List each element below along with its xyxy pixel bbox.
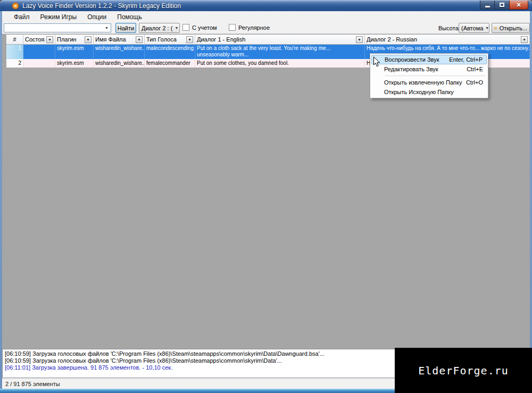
filter-dropdown-icon[interactable]: ▼	[136, 36, 143, 43]
filter-dropdown-icon[interactable]: ▼	[85, 36, 92, 43]
open-button-label: Открыть...	[500, 25, 527, 31]
cell-state[interactable]	[23, 45, 55, 59]
filter-dropdown-icon[interactable]: ▼	[186, 36, 193, 43]
regex-label: Регулярное	[238, 24, 270, 31]
shortcut-label: Enter, Ctrl+P	[449, 56, 483, 63]
toolbar: ▼ Найти Диалог 2 : ( ▼ С учетом Регулярн…	[2, 22, 530, 34]
case-sensitive-label: С учетом	[192, 24, 217, 31]
cell-plugin[interactable]: skyrim.esm	[55, 60, 94, 68]
menu-help[interactable]: Помощь	[112, 12, 147, 22]
column-header-plugin[interactable]: Плагин ▼	[55, 35, 94, 44]
chevron-down-icon[interactable]: ▼	[103, 24, 111, 32]
height-label: Высота	[438, 25, 459, 31]
menu-item-open-source-folder[interactable]: Открыть Исходную Папку	[371, 87, 487, 97]
filter-dropdown-icon[interactable]: ▼	[356, 36, 363, 43]
menu-file[interactable]: Файл	[9, 12, 35, 22]
case-sensitive-option[interactable]: С учетом	[182, 24, 217, 31]
context-menu: Воспроизвести Звук Enter, Ctrl+P Редакти…	[370, 53, 488, 98]
maximize-icon	[500, 3, 504, 7]
close-icon: ✕	[516, 2, 521, 9]
search-combobox[interactable]: ▼	[4, 23, 111, 32]
filter-dropdown-icon[interactable]: ▼	[46, 36, 53, 43]
watermark: ElderForge.ru	[395, 348, 532, 393]
status-count: 2 / 91 875 элементы	[5, 381, 60, 387]
column-header-dialog2[interactable]: Диалог 2 - Russian ▼	[365, 35, 530, 44]
cell-filename[interactable]: wisharedin_wishare...	[94, 60, 145, 68]
minimize-icon	[485, 6, 490, 7]
cell-voicetype[interactable]: femalecommander	[145, 60, 195, 68]
column-header-index[interactable]: #	[6, 35, 23, 44]
regex-option[interactable]: Регулярное	[229, 24, 270, 31]
cell-state[interactable]	[23, 60, 55, 68]
grid-header: # Состоя... ▼ Плагин ▼ Имя Файла ▼ Тип Г…	[6, 34, 530, 45]
cell-voicetype[interactable]: malecondescending	[145, 45, 195, 59]
height-dropdown[interactable]: (Автома ▼	[459, 23, 489, 33]
watermark-text: ElderForge.ru	[418, 364, 509, 377]
column-header-filename[interactable]: Имя Файла ▼	[94, 35, 145, 44]
find-button[interactable]: Найти	[115, 23, 136, 33]
height-value: (Автома	[461, 25, 483, 31]
cell-plugin[interactable]: skyrim.esm	[55, 45, 94, 59]
window-border-right	[530, 11, 532, 389]
column-header-dialog1[interactable]: Диалог 1 - English ▼	[195, 35, 365, 44]
case-sensitive-checkbox[interactable]	[182, 24, 189, 31]
app-icon	[12, 2, 19, 10]
column-header-voicetype[interactable]: Тип Голоса ▼	[145, 35, 195, 44]
menu-separator	[385, 76, 485, 76]
open-folder-icon	[494, 25, 497, 31]
cell-filename[interactable]: wisharedin_wishare...	[94, 45, 145, 59]
chevron-down-icon: ▼	[485, 26, 489, 30]
caption-buttons: ✕	[480, 1, 528, 10]
menu-item-play-sound[interactable]: Воспроизвести Звук Enter, Ctrl+P	[371, 55, 487, 64]
dialog-filter-dropdown[interactable]: Диалог 2 : ( ▼	[139, 23, 180, 33]
menu-item-open-extracted-folder[interactable]: Открыть извлеченную Папку Ctrl+O	[371, 78, 487, 87]
menu-game-mode[interactable]: Режим Игры	[35, 12, 82, 22]
menu-item-edit-sound[interactable]: Редактировать Звук Ctrl+E	[371, 64, 487, 74]
dialog-filter-value: Диалог 2 : (	[142, 25, 172, 31]
regex-checkbox[interactable]	[229, 24, 236, 31]
window-title: Lazy Voice Finder Version 1.2.2 - Skyrim…	[22, 2, 181, 10]
minimize-button[interactable]	[480, 1, 495, 10]
filter-dropdown-icon[interactable]: ▼	[521, 36, 528, 43]
window-border-left	[0, 11, 2, 389]
titlebar[interactable]: Lazy Voice Finder Version 1.2.2 - Skyrim…	[0, 0, 532, 11]
cell-dialog1[interactable]: Put on a cloth sack at the very least. Y…	[195, 45, 365, 59]
mouse-cursor-icon	[373, 56, 381, 68]
cell-dialog1[interactable]: Put on some clothes, you damned fool.	[195, 60, 365, 68]
menubar: Файл Режим Игры Опции Помощь	[2, 11, 530, 22]
close-button[interactable]: ✕	[509, 1, 528, 10]
column-header-state[interactable]: Состоя... ▼	[23, 35, 55, 44]
row-number[interactable]: 2	[6, 60, 23, 68]
open-button[interactable]: Открыть...	[492, 23, 530, 33]
app-window: Lazy Voice Finder Version 1.2.2 - Skyrim…	[0, 0, 532, 393]
row-number[interactable]: 1	[6, 45, 23, 59]
menu-options[interactable]: Опции	[82, 12, 112, 22]
maximize-button[interactable]	[495, 1, 509, 10]
search-input[interactable]	[4, 24, 103, 32]
shortcut-label: Ctrl+O	[466, 79, 483, 86]
chevron-down-icon: ▼	[174, 26, 178, 30]
shortcut-label: Ctrl+E	[467, 66, 483, 72]
